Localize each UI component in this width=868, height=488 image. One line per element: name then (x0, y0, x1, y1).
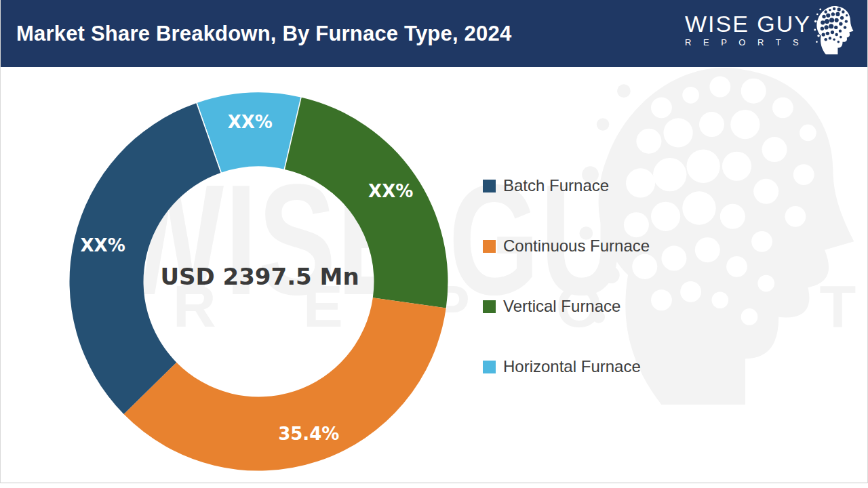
donut-segment-continuous-furnace (124, 298, 446, 470)
chart-legend: Batch Furnace Continuous Furnace Vertica… (483, 176, 650, 418)
page-title: Market Share Breakdown, By Furnace Type,… (0, 22, 511, 46)
logo-subtitle: R E P O R T S (685, 37, 804, 47)
legend-swatch (483, 180, 496, 192)
legend-item-batch-furnace: Batch Furnace (483, 176, 650, 195)
legend-item-continuous-furnace: Continuous Furnace (483, 237, 650, 256)
legend-label: Batch Furnace (503, 176, 609, 195)
legend-label: Continuous Furnace (503, 237, 650, 256)
header-bar: Market Share Breakdown, By Furnace Type,… (0, 0, 868, 67)
segment-value-label-batch-furnace: XX% (81, 235, 125, 256)
donut-segment-batch-furnace (69, 103, 220, 414)
chart-center-value: USD 2397.5 Mn (124, 263, 395, 290)
logo-text: WISE GUY R E P O R T S (685, 12, 811, 48)
legend-swatch (483, 300, 496, 313)
segment-value-label-continuous-furnace: 35.4% (278, 424, 339, 444)
segment-value-label-vertical-furnace: XX% (368, 181, 413, 201)
logo-wordmark: WISE GUY (685, 12, 811, 37)
legend-item-vertical-furnace: Vertical Furnace (483, 297, 650, 316)
segment-value-label-horizontal-furnace: XX% (228, 112, 273, 132)
legend-label: Vertical Furnace (503, 297, 620, 316)
legend-label: Horizontal Furnace (503, 357, 641, 376)
legend-swatch (483, 240, 496, 253)
logo-head-icon (814, 4, 856, 56)
wise-guy-reports-logo: WISE GUY R E P O R T S (685, 4, 856, 56)
legend-swatch (483, 361, 496, 373)
legend-item-horizontal-furnace: Horizontal Furnace (483, 357, 650, 376)
donut-chart: XX%XX%35.4%XX% (0, 0, 868, 483)
